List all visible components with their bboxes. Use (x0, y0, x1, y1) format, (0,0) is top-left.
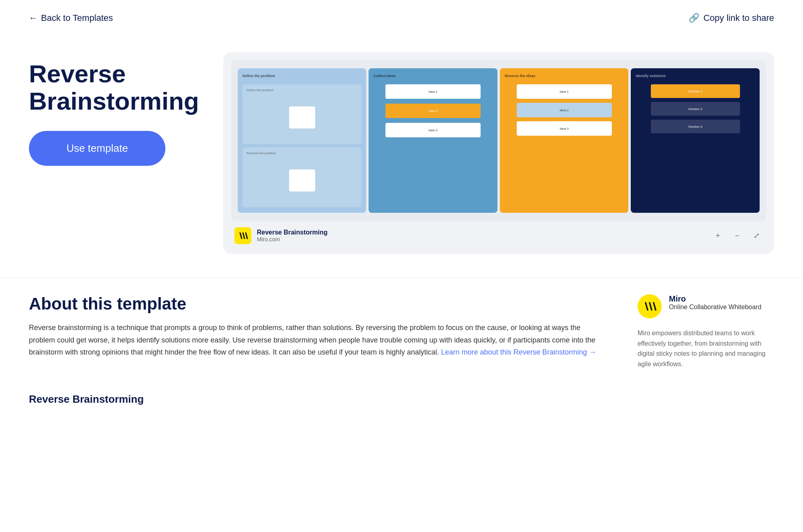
define-white-card (289, 106, 315, 128)
creator-name: Miro (669, 294, 761, 304)
solution-1: Solution 1 (651, 84, 740, 98)
back-to-templates-link[interactable]: ← Back to Templates (29, 13, 113, 23)
identify-stickies: Solution 1 Solution 2 Solution 3 (636, 84, 755, 207)
about-left: About this template Reverse brainstormin… (29, 294, 605, 369)
reverse-idea-3: Idea 3 (517, 121, 612, 136)
preview-canvas: Define the problem Define the problem Re… (231, 60, 766, 221)
column-define: Define the problem Define the problem Re… (238, 68, 367, 213)
use-template-button[interactable]: Use template (29, 131, 165, 166)
reverse-white-card (289, 169, 315, 192)
preview-brand: Reverse Brainstorming Miro.com (234, 227, 328, 244)
zoom-in-button[interactable]: + (711, 229, 724, 242)
copy-link-label: Copy link to share (703, 13, 774, 23)
about-section: About this template Reverse brainstormin… (0, 278, 803, 385)
creator-description: Miro empowers distributed teams to work … (638, 328, 774, 369)
preview-brand-url: Miro.com (257, 236, 328, 243)
collect-stickies: Idea 1 Idea 2 Idea 3 (373, 84, 493, 207)
left-panel: Reverse Brainstorming Use template (29, 52, 199, 166)
preview-brand-name: Reverse Brainstorming (257, 229, 328, 236)
creator-card: Miro Online Collaborative Whiteboard (638, 294, 774, 318)
column-collect: Collect ideas Idea 1 Idea 2 Idea 3 (369, 68, 497, 213)
define-problem-sublabel: Define the problem (247, 88, 358, 92)
col-reverse-label: Reverse the ideas (505, 74, 624, 78)
reverse-problem-section: Reverse the problem (243, 147, 362, 207)
miro-logo-small (234, 227, 251, 244)
collect-idea-3: Idea 3 (385, 123, 481, 137)
about-title: About this template (29, 294, 605, 314)
solution-2: Solution 2 (651, 102, 740, 116)
header: ← Back to Templates 🔗 Copy link to share (0, 0, 803, 36)
bottom-title: Reverse Brainstorming (0, 385, 803, 414)
collect-idea-1: Idea 1 (385, 84, 481, 99)
creator-subtitle: Online Collaborative Whiteboard (669, 304, 761, 311)
col-collect-label: Collect ideas (373, 74, 493, 78)
miro-logo-large (638, 294, 662, 318)
expand-button[interactable]: ⤢ (750, 229, 763, 242)
solution-3: Solution 3 (651, 120, 740, 133)
column-reverse-ideas: Reverse the ideas Idea 1 Idea 2 Idea 3 (500, 68, 629, 213)
creator-info: Miro Online Collaborative Whiteboard (669, 294, 761, 311)
reverse-stickies: Idea 1 Idea 2 Idea 3 (505, 84, 624, 207)
define-problem-section: Define the problem (243, 84, 362, 144)
template-title: Reverse Brainstorming (29, 60, 199, 115)
about-description: Reverse brainstorming is a technique tha… (29, 322, 605, 359)
learn-more-link[interactable]: Learn more about this Reverse Brainstorm… (441, 348, 596, 356)
col-identify-label: Identify solutions (636, 74, 755, 78)
column-identify: Identify solutions Solution 1 Solution 2… (631, 68, 760, 213)
reverse-idea-1: Idea 1 (517, 84, 612, 99)
back-arrow-icon: ← (29, 13, 38, 23)
about-right: Miro Online Collaborative Whiteboard Mir… (638, 294, 774, 369)
collect-idea-2: Idea 2 (385, 104, 481, 118)
col-define-label: Define the problem (243, 74, 362, 78)
reverse-problem-sublabel: Reverse the problem (247, 151, 358, 155)
zoom-out-button[interactable]: − (731, 229, 744, 242)
main-content: Reverse Brainstorming Use template Defin… (0, 36, 803, 278)
preview-controls: + − ⤢ (711, 229, 763, 242)
copy-link-button[interactable]: 🔗 Copy link to share (689, 13, 774, 23)
reverse-idea-2: Idea 2 (517, 103, 612, 117)
link-icon: 🔗 (689, 13, 699, 23)
preview-card: Define the problem Define the problem Re… (223, 52, 774, 254)
preview-brand-text: Reverse Brainstorming Miro.com (257, 229, 328, 243)
back-label: Back to Templates (41, 13, 113, 23)
preview-footer: Reverse Brainstorming Miro.com + − ⤢ (231, 221, 766, 246)
